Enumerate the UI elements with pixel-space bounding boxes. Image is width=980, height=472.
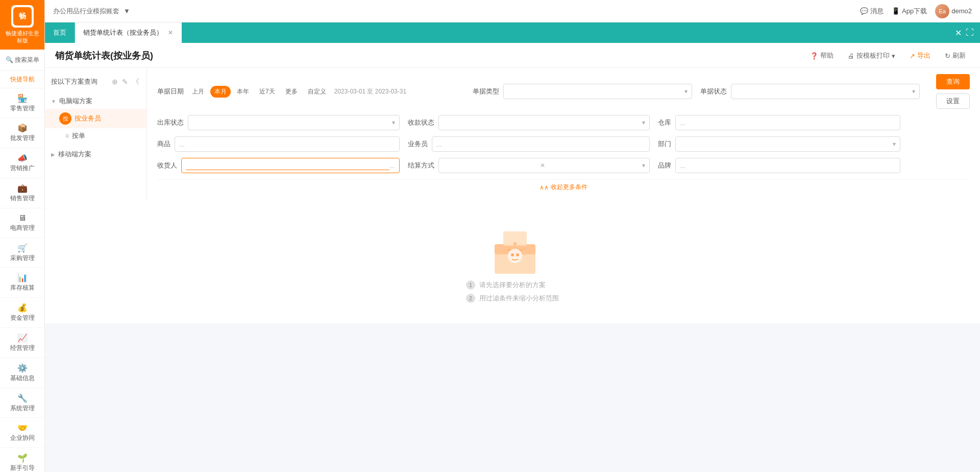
sidebar-item-system[interactable]: 🔧 系统管理 — [0, 388, 44, 418]
date-tab-this-year[interactable]: 本年 — [233, 86, 253, 98]
enterprise-label: 企业协同 — [2, 434, 42, 442]
sidebar-item-finance[interactable]: 💰 资金管理 — [0, 298, 44, 328]
tab-bar: 首页 销货单统计表（按业务员） ✕ ✕ ⛶ — [45, 22, 980, 43]
settlement-input[interactable]: ✕ ▾ — [438, 158, 650, 173]
operation-label: 经营管理 — [2, 344, 42, 352]
date-tab-custom[interactable]: 自定义 — [304, 86, 330, 98]
receive-status-input[interactable]: ▾ — [438, 115, 650, 130]
operation-icon: 📈 — [2, 333, 42, 343]
scheme-sub-item-order[interactable]: ≡ 按单 — [45, 128, 146, 144]
quick-nav-button[interactable]: 快捷导航 — [0, 71, 44, 88]
dept-label: 部门 — [658, 139, 671, 149]
app-dropdown[interactable]: 办公用品行业模拟账套 ▼ — [53, 7, 130, 16]
scheme-item-salesman[interactable]: 按 按业务员 — [45, 109, 146, 128]
sidebar-item-ecom[interactable]: 🖥 电商管理 — [0, 208, 44, 238]
doc-status-input[interactable]: ▾ — [731, 84, 920, 99]
order-scheme-label: 按单 — [72, 131, 85, 140]
tab-close-icon[interactable]: ✕ — [168, 29, 173, 36]
settings-button[interactable]: 设置 — [936, 93, 970, 109]
receive-status-field: 收款状态 ▾ — [408, 115, 650, 130]
empty-tip-1: 1 请先选择要分析的方案 — [466, 280, 559, 290]
sidebar-item-operation[interactable]: 📈 经营管理 — [0, 328, 44, 358]
export-button[interactable]: ↗ 导出 — [905, 49, 935, 62]
receive-status-arrow-icon: ▾ — [642, 119, 645, 126]
print-button[interactable]: 🖨 按模板打印 ▾ — [844, 49, 899, 62]
date-tab-more[interactable]: 更多 — [281, 86, 302, 98]
date-tab-this-month[interactable]: 本月 — [210, 86, 231, 98]
tab-close-all-icon[interactable]: ✕ — [955, 28, 962, 38]
sidebar-search-section: 🔍 搜索菜单 — [0, 50, 44, 71]
marketing-icon: 📣 — [2, 153, 42, 163]
message-label: 消息 — [870, 7, 884, 16]
ecom-label: 电商管理 — [2, 224, 42, 232]
dept-arrow-icon: ▾ — [893, 140, 896, 148]
sidebar-item-retail[interactable]: 🏪 零售管理 — [0, 88, 44, 119]
goods-field: 商品 ... — [157, 136, 400, 152]
settlement-clear-icon[interactable]: ✕ — [539, 161, 546, 170]
action-buttons: 查询 设置 — [928, 74, 970, 109]
app-download-button[interactable]: 📱 App下载 — [892, 7, 927, 16]
consignee-text-input[interactable] — [186, 161, 389, 170]
scheme-group-pc-header[interactable]: ▼ 电脑端方案 — [45, 93, 146, 109]
collapse-button[interactable]: ∧∧ 收起更多条件 — [540, 183, 587, 192]
tab-sales-stat[interactable]: 销货单统计表（按业务员） ✕ — [75, 22, 182, 43]
sidebar: 畅 畅捷通好生意 标版 🔍 搜索菜单 快捷导航 🏪 零售管理 📦 批发管理 📣 … — [0, 0, 45, 472]
content-card: 销货单统计表(按业务员) ❓ 帮助 🖨 按模板打印 ▾ ↗ 导出 — [45, 43, 980, 323]
app-logo[interactable]: 畅 畅捷通好生意 标版 — [0, 0, 44, 50]
sidebar-item-basic[interactable]: ⚙️ 基础信息 — [0, 358, 44, 388]
sidebar-item-enterprise[interactable]: 🤝 企业协同 — [0, 418, 44, 448]
salesman-input[interactable]: ... — [432, 136, 650, 152]
active-scheme-dot: 按 — [59, 112, 71, 125]
top-header: 办公用品行业模拟账套 ▼ 💬 消息 📱 App下载 Ea demo2 — [45, 0, 980, 22]
refresh-button[interactable]: ↻ 刷新 — [941, 49, 970, 62]
salesman-scheme-label: 按业务员 — [75, 114, 101, 123]
username-label: demo2 — [951, 7, 972, 15]
user-profile[interactable]: Ea demo2 — [935, 4, 972, 18]
filter-form: 单据日期 上月 本月 本年 近7天 更多 自定义 20 — [147, 68, 980, 201]
brand-more: ... — [680, 162, 685, 170]
sidebar-item-marketing[interactable]: 📣 营销推广 — [0, 148, 44, 178]
scheme-group-mobile-header[interactable]: ▶ 移动端方案 — [45, 147, 146, 162]
tab-home[interactable]: 首页 — [45, 22, 75, 43]
help-button[interactable]: ❓ 帮助 — [806, 49, 838, 62]
tab-expand-icon[interactable]: ⛶ — [966, 28, 974, 37]
sidebar-item-inventory[interactable]: 📊 库存核算 — [0, 268, 44, 298]
doc-type-input[interactable]: ▾ — [503, 84, 692, 99]
tip-text-1: 请先选择要分析的方案 — [479, 280, 546, 290]
newbie-label: 新手引导 — [2, 464, 42, 472]
basic-label: 基础信息 — [2, 374, 42, 383]
brand-field: 品牌 ... — [658, 158, 900, 173]
doc-status-label: 单据状态 — [700, 87, 727, 96]
sales-icon: 💼 — [2, 183, 42, 193]
goods-input[interactable]: ... — [175, 136, 400, 152]
query-button[interactable]: 查询 — [936, 74, 970, 89]
brand-input[interactable]: ... — [675, 158, 900, 173]
date-tab-7days[interactable]: 近7天 — [255, 86, 279, 98]
collapse-scheme-icon[interactable]: 《 — [131, 76, 140, 87]
dept-input[interactable]: ▾ — [675, 136, 900, 152]
sidebar-item-sales[interactable]: 💼 销售管理 — [0, 178, 44, 208]
marketing-label: 营销推广 — [2, 164, 42, 173]
search-menu-button[interactable]: 🔍 搜索菜单 — [3, 54, 41, 66]
purchase-label: 采购管理 — [2, 254, 42, 263]
date-label: 单据日期 — [157, 87, 184, 96]
scheme-group-mobile: ▶ 移动端方案 — [45, 147, 146, 162]
out-status-input[interactable]: ▾ — [188, 115, 400, 130]
date-tab-last-month[interactable]: 上月 — [188, 86, 208, 98]
wholesale-icon: 📦 — [2, 123, 42, 133]
receive-status-label: 收款状态 — [408, 118, 434, 127]
sidebar-item-purchase[interactable]: 🛒 采购管理 — [0, 238, 44, 268]
consignee-input[interactable]: ... — [181, 158, 400, 173]
message-button[interactable]: 💬 消息 — [860, 7, 884, 16]
add-scheme-icon[interactable]: ⊕ — [111, 77, 119, 87]
sidebar-item-wholesale[interactable]: 📦 批发管理 — [0, 118, 44, 148]
warehouse-input[interactable]: ... — [675, 115, 900, 130]
sidebar-item-newbie[interactable]: 🌱 新手引导 — [0, 448, 44, 472]
tip-text-2: 用过滤条件来缩小分析范围 — [479, 294, 559, 303]
out-status-field: 出库状态 ▾ — [157, 115, 400, 130]
dropdown-arrow-icon: ▼ — [124, 7, 130, 15]
main-area: 办公用品行业模拟账套 ▼ 💬 消息 📱 App下载 Ea demo2 首页 — [45, 0, 980, 472]
retail-label: 零售管理 — [2, 104, 42, 113]
doc-type-arrow-icon: ▾ — [684, 88, 688, 95]
edit-scheme-icon[interactable]: ✎ — [121, 77, 129, 87]
